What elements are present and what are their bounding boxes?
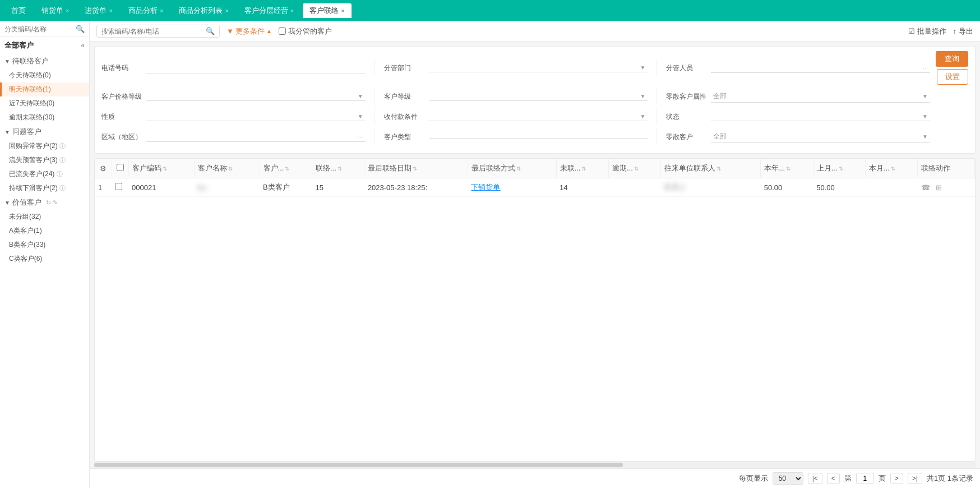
filter-retail-attr: 零散客户属性 全部 ▼ [666,90,930,103]
sidebar-item-7days[interactable]: 近7天待联络(0) [0,96,89,111]
chevron-down-icon: ▼ [640,113,645,119]
filter-person: 分管人员 ··· [666,63,930,73]
col-code[interactable]: 客户编码⇅ [128,159,194,178]
search-icon[interactable]: 🔍 [206,27,215,35]
action-icon-grid[interactable]: ⊞ [936,183,942,192]
last-page-btn[interactable]: >| [908,473,922,484]
col-last-month[interactable]: 上月...⇅ [813,159,865,178]
page-number-input[interactable] [856,473,874,484]
sidebar: 🔍 全部客户 « ▼ 待联络客户 今天待联络(0) 明天待联络(1) 近7天待联… [0,21,90,488]
col-name[interactable]: 客户名称⇅ [194,159,260,178]
horizontal-scrollbar[interactable] [94,462,976,468]
settings-col-header[interactable]: ⚙ [95,159,112,178]
prev-page-btn[interactable]: < [827,473,840,484]
row-last-month: 50.00 [813,178,865,197]
nav-home[interactable]: 首页 [4,3,33,18]
more-icon[interactable]: ··· [923,65,928,71]
filter-dept-select[interactable]: ▼ [429,63,648,72]
filter-customer-type-select[interactable] [429,136,648,139]
close-icon[interactable]: × [109,7,112,14]
sidebar-search-input[interactable] [4,25,73,33]
nav-customer-tier[interactable]: 客户分层经营 × [238,3,301,18]
filter-payment: 收付款条件 ▼ [384,112,648,122]
first-page-btn[interactable]: |< [808,473,822,484]
row-last-date: 2023-05-23 18:25: [364,178,468,197]
filter-phone: 电话号码 [101,63,366,73]
col-unlinked[interactable]: 未联...⇅ [556,159,608,178]
scroll-thumb[interactable] [94,463,623,467]
sidebar-item-class-c[interactable]: C类客户(6) [0,252,89,266]
next-page-btn[interactable]: > [890,473,903,484]
filter-payment-select[interactable]: ▼ [429,112,648,121]
close-icon[interactable]: × [66,7,69,14]
sidebar-item-class-a[interactable]: A类客户(1) [0,224,89,238]
right-actions: ☑ 批量操作 ↑ 导出 [908,26,974,36]
export-icon: ↑ [953,27,957,35]
select-all-checkbox[interactable] [117,164,124,171]
sidebar-item-ungrouped[interactable]: 未分组(32) [0,210,89,224]
col-type[interactable]: 客户...⇅ [260,159,312,178]
nav-purchase[interactable]: 进货单 × [78,3,119,18]
chevron-down-icon: ▼ [922,93,928,99]
col-last-method[interactable]: 最后联络方式⇅ [468,159,556,178]
filter-status-select[interactable]: ▼ [711,112,930,121]
close-icon[interactable]: × [225,7,228,14]
filter-nature-select[interactable]: ▼ [146,112,366,121]
filter-phone-input[interactable] [146,63,366,73]
close-icon[interactable]: × [160,7,163,14]
bulk-icon: ☑ [908,27,915,35]
nav-customer-contact[interactable]: 客户联络 × [303,3,351,18]
sidebar-item-repurchase[interactable]: 回购异常客户(2) ⓘ [0,139,89,153]
filter-value-grade-select[interactable]: ▼ [146,92,366,101]
close-icon[interactable]: × [341,7,344,14]
col-overdue[interactable]: 逾期...⇅ [608,159,660,178]
expand-icon: ▼ [4,129,10,135]
filter-retail-customer-select[interactable]: 全部 ▼ [711,131,930,143]
filter-customer-grade-select[interactable]: ▼ [429,92,648,101]
sidebar-item-churn-warning[interactable]: 流失预警客户(3) ⓘ [0,153,89,167]
set-button[interactable]: 设置 [937,69,968,85]
col-unit-contact[interactable]: 往来单位联系人⇅ [661,159,761,178]
export-btn[interactable]: ↑ 导出 [953,26,974,36]
col-this-year[interactable]: 本年...⇅ [761,159,813,178]
checkbox-col-header[interactable] [112,159,128,178]
my-customers-check[interactable] [279,27,286,35]
filter-divider [657,88,657,105]
filter-value-grade: 客户价格等级 ▼ [101,92,366,102]
row-unlinked: 14 [556,178,608,197]
filter-region-select[interactable]: ··· [146,132,366,142]
more-icon[interactable]: ··· [358,133,363,140]
search-input[interactable] [101,27,204,35]
filter-retail-attr-select[interactable]: 全部 ▼ [711,90,930,103]
nav-goods-analysis[interactable]: 商品分析 × [122,3,170,18]
row-select-checkbox[interactable] [115,183,122,190]
row-checkbox[interactable] [112,178,128,197]
filter-divider [375,88,375,105]
row-last-method[interactable]: 下销货单 [468,178,556,197]
my-customers-checkbox[interactable]: 我分管的客户 [279,26,332,36]
col-last-date[interactable]: 最后联络日期⇅ [364,159,468,178]
sidebar-item-churned[interactable]: 已流失客户(24) ⓘ [0,167,89,181]
search-icon[interactable]: 🔍 [76,25,85,33]
col-this-month[interactable]: 本月...⇅ [866,159,918,178]
col-contact-count[interactable]: 联络...⇅ [312,159,364,178]
sidebar-item-tomorrow[interactable]: 明天待联络(1) [0,82,89,96]
close-icon[interactable]: × [290,7,294,14]
sidebar-item-declining[interactable]: 持续下滑客户(2) ⓘ [0,181,89,195]
row-this-year: 50.00 [761,178,813,197]
row-index: 1 [95,178,112,197]
sidebar-item-overdue[interactable]: 逾期未联络(30) [0,111,89,125]
bulk-action-btn[interactable]: ☑ 批量操作 [908,26,946,36]
sidebar-item-today[interactable]: 今天待联络(0) [0,68,89,82]
search-input-wrap: 🔍 [96,25,220,38]
nav-goods-analysis-list[interactable]: 商品分析列表 × [172,3,235,18]
more-conditions-btn[interactable]: ▼ 更多条件 ▲ [226,26,272,36]
per-page-select[interactable]: 50 100 200 [773,472,803,485]
filter-person-select[interactable]: ··· [711,63,930,73]
query-button[interactable]: 查询 [936,51,968,67]
nav-sales[interactable]: 销货单 × [35,3,76,18]
table-header-row: ⚙ 客户编码⇅ 客户名称⇅ 客户...⇅ 联络...⇅ 最后联络日期⇅ 最后联络… [95,159,975,178]
sidebar-all-customers[interactable]: 全部客户 « [0,37,89,54]
sidebar-item-class-b[interactable]: B类客户(33) [0,238,89,252]
action-icon-phone[interactable]: ☎ [921,183,930,192]
